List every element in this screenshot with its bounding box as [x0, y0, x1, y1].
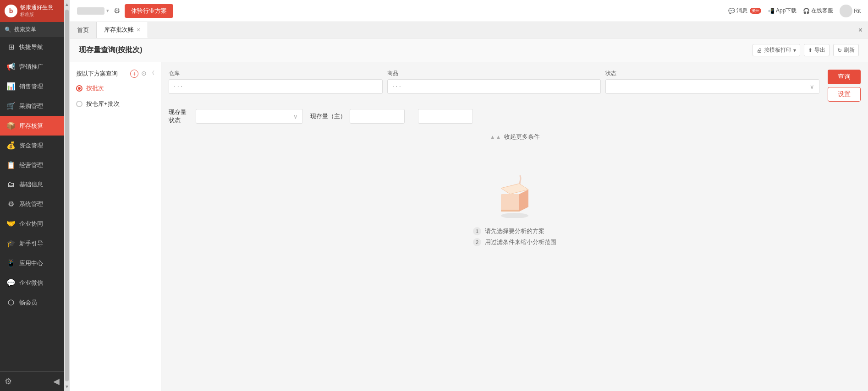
scroll-thumb[interactable]: [65, 10, 69, 381]
page-header: 现存量查询(按批次) 🖨 按模板打印 ▾ ⬆ 导出 ↻ 刷新: [70, 38, 868, 62]
nav-label-member: 畅会员: [19, 299, 37, 307]
filter-radio-by-warehouse: [76, 101, 82, 107]
sidebar-item-purchase[interactable]: 🛒 采购管理: [0, 96, 64, 116]
nav-label-quick: 快捷导航: [19, 43, 43, 51]
sidebar-item-quick-nav[interactable]: ⊞ 快捷导航: [0, 37, 64, 57]
sidebar-item-finance[interactable]: 💰 资金管理: [0, 136, 64, 155]
hint-item-2: 2 用过滤条件来缩小分析范围: [473, 238, 556, 246]
app-logo: b: [5, 5, 17, 17]
product-input[interactable]: ···: [387, 79, 601, 94]
settings-button[interactable]: 设置: [828, 87, 861, 102]
tab-home-label: 首页: [77, 26, 89, 34]
topbar-dropdown-text: [77, 7, 104, 15]
app-download-group[interactable]: 📲 App下载: [768, 7, 797, 15]
filter-header: 按以下方案查询 + ⊙ 《: [70, 67, 161, 81]
nav-icon-basics: 🗂: [6, 180, 16, 189]
sidebar-item-enterprise[interactable]: 🤝 企业协同: [0, 214, 64, 234]
collapse-conditions-button[interactable]: ▲▲ 收起更多条件: [169, 129, 861, 145]
sidebar-item-sales[interactable]: 📊 销售管理: [0, 76, 64, 96]
status-field: 状态 ∨: [605, 70, 824, 94]
sidebar-item-inventory[interactable]: 📦 库存核算: [0, 116, 64, 136]
stock-status-select[interactable]: ∨: [196, 109, 303, 124]
query-button[interactable]: 查询: [828, 70, 861, 84]
sidebar: b 畅康通好生意 标准版 🔍 搜索菜单 ⊞ 快捷导航 📢 营销推广 📊 销售管理…: [0, 0, 64, 391]
warehouse-label: 仓库: [169, 70, 383, 77]
export-button[interactable]: ⬆ 导出: [804, 44, 830, 56]
trial-button[interactable]: 体验行业方案: [125, 4, 173, 18]
sidebar-item-basics[interactable]: 🗂 基础信息: [0, 175, 64, 194]
sidebar-item-member[interactable]: ⬡ 畅会员: [0, 293, 64, 312]
filter-collapse-icon[interactable]: 《: [149, 70, 154, 78]
filter-add-icon[interactable]: +: [130, 70, 138, 78]
user-avatar: [840, 5, 852, 17]
tab-home[interactable]: 首页: [70, 22, 97, 38]
print-icon: 🖨: [757, 47, 762, 54]
scroll-up-arrow[interactable]: ▲: [65, 0, 69, 9]
sidebar-item-apps[interactable]: 📱 应用中心: [0, 253, 64, 273]
stock-status-arrow: ∨: [293, 113, 298, 120]
nav-label-apps: 应用中心: [19, 259, 43, 267]
nav-label-purchase: 采购管理: [19, 102, 43, 110]
online-service-group[interactable]: 🎧 在线客服: [803, 7, 833, 15]
messages-group[interactable]: 💬 消息 99+: [728, 7, 761, 15]
nav-label-sales: 销售管理: [19, 82, 43, 91]
nav-label-basics: 基础信息: [19, 180, 43, 189]
online-service-label: 在线客服: [811, 7, 833, 15]
messages-badge: 99+: [750, 8, 761, 14]
qty-min-input[interactable]: [350, 109, 405, 124]
refresh-label: 刷新: [844, 46, 855, 54]
tab-inventory-batch[interactable]: 库存批次账 ×: [97, 22, 148, 38]
scroll-down-arrow[interactable]: ▼: [65, 382, 69, 391]
filter-settings-icon[interactable]: ⊙: [141, 70, 147, 78]
tab-close-icon[interactable]: ×: [137, 26, 140, 33]
service-icon: 🎧: [803, 8, 810, 14]
stock-status-field: 现存量状态 ∨: [169, 108, 303, 125]
search-icon: 🔍: [5, 27, 11, 33]
qty-max-input[interactable]: [418, 109, 473, 124]
svg-point-4: [501, 213, 528, 218]
hint-num-2: 2: [473, 238, 481, 246]
app-download-label: App下载: [776, 7, 797, 15]
print-button[interactable]: 🖨 按模板打印 ▾: [753, 44, 800, 56]
app-name: 畅康通好生意: [20, 4, 53, 11]
sidebar-item-marketing[interactable]: 📢 营销推广: [0, 57, 64, 76]
product-label: 商品: [387, 70, 601, 77]
status-input[interactable]: ∨: [605, 79, 819, 94]
panel-close-button[interactable]: ×: [853, 26, 868, 34]
topbar-gear-icon[interactable]: ⚙: [114, 6, 120, 15]
user-group[interactable]: Rit: [840, 5, 861, 17]
search-label: 搜索菜单: [14, 26, 36, 33]
settings-button[interactable]: ⚙: [5, 376, 12, 386]
svg-rect-1: [501, 194, 519, 212]
warehouse-field: 仓库 ···: [169, 70, 387, 94]
filter-item-by-batch[interactable]: 按批次: [70, 81, 161, 96]
nav-icon-sales: 📊: [6, 82, 16, 91]
sidebar-item-guide[interactable]: 🎓 新手引导: [0, 234, 64, 253]
filter-item-by-warehouse-batch[interactable]: 按仓库+批次: [70, 96, 161, 112]
nav-icon-system: ⚙: [6, 200, 16, 208]
filter-radio-by-batch: [76, 85, 82, 92]
message-icon: 💬: [728, 8, 735, 14]
qty-dash: —: [408, 113, 414, 120]
status-arrow: ∨: [810, 83, 814, 90]
user-name: Rit: [854, 8, 861, 14]
warehouse-input[interactable]: ···: [169, 79, 383, 94]
empty-illustration: [487, 172, 542, 218]
collapse-label: 收起更多条件: [504, 133, 540, 141]
topbar-actions: 💬 消息 99+ 📲 App下载 🎧 在线客服 Rit: [728, 5, 861, 17]
stock-qty-field: 现存量（主） —: [310, 109, 473, 124]
nav-icon-enterprise: 🤝: [6, 219, 16, 228]
collapse-sidebar-button[interactable]: ◀: [53, 376, 60, 386]
sidebar-item-wechat[interactable]: 💬 企业微信: [0, 273, 64, 293]
refresh-button[interactable]: ↻ 刷新: [833, 44, 859, 56]
app-info: 畅康通好生意 标准版: [20, 4, 53, 18]
topbar-dropdown[interactable]: ▾: [77, 7, 109, 15]
nav-icon-member: ⬡: [6, 298, 16, 307]
sidebar-item-operations[interactable]: 📋 经营管理: [0, 155, 64, 175]
nav-label-finance: 资金管理: [19, 141, 43, 150]
search-menu[interactable]: 🔍 搜索菜单: [0, 22, 64, 37]
nav-icon-marketing: 📢: [6, 62, 16, 71]
sidebar-item-system[interactable]: ⚙ 系统管理: [0, 194, 64, 214]
query-area: 仓库 ··· 商品 ··· 状态 ∨: [161, 62, 868, 391]
hint-text-1: 请先选择要分析的方案: [485, 227, 544, 235]
